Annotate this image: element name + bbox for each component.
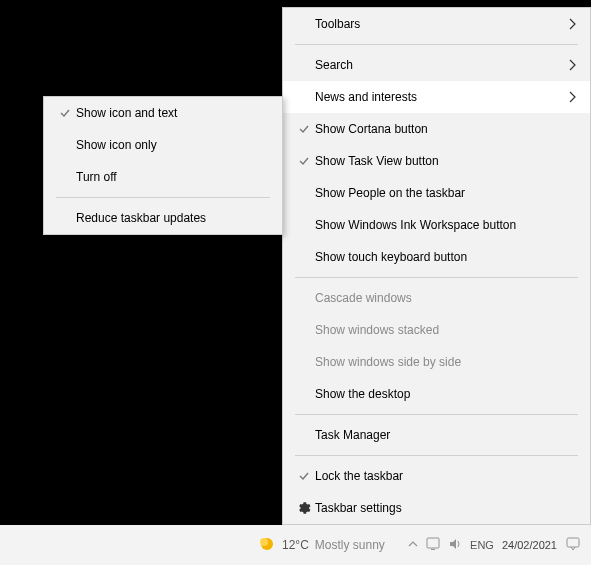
menu-label: Show windows side by side bbox=[315, 355, 560, 369]
menu-label: Show icon only bbox=[76, 138, 268, 152]
svg-rect-2 bbox=[427, 538, 439, 548]
menu-label: Reduce taskbar updates bbox=[76, 211, 268, 225]
menu-label: Show People on the taskbar bbox=[315, 186, 560, 200]
menu-item-side-by-side: Show windows side by side bbox=[283, 346, 590, 378]
menu-item-show-ink[interactable]: Show Windows Ink Workspace button bbox=[283, 209, 590, 241]
weather-condition: Mostly sunny bbox=[315, 538, 385, 552]
menu-label: News and interests bbox=[315, 90, 560, 104]
menu-separator bbox=[295, 44, 578, 45]
menu-label: Show icon and text bbox=[76, 106, 268, 120]
taskbar-context-menu: Toolbars Search News and interests Show … bbox=[282, 7, 591, 525]
menu-separator bbox=[295, 455, 578, 456]
menu-item-taskbar-settings[interactable]: Taskbar settings bbox=[283, 492, 590, 524]
submenu-item-icon-text[interactable]: Show icon and text bbox=[44, 97, 282, 129]
menu-item-cascade: Cascade windows bbox=[283, 282, 590, 314]
menu-label: Cascade windows bbox=[315, 291, 560, 305]
menu-item-show-people[interactable]: Show People on the taskbar bbox=[283, 177, 590, 209]
menu-label: Lock the taskbar bbox=[315, 469, 560, 483]
menu-label: Turn off bbox=[76, 170, 268, 184]
menu-label: Show the desktop bbox=[315, 387, 560, 401]
sun-icon bbox=[258, 535, 276, 556]
menu-item-lock-taskbar[interactable]: Lock the taskbar bbox=[283, 460, 590, 492]
submenu-item-reduce-updates[interactable]: Reduce taskbar updates bbox=[44, 202, 282, 234]
menu-item-show-cortana[interactable]: Show Cortana button bbox=[283, 113, 590, 145]
network-icon[interactable] bbox=[426, 537, 440, 554]
menu-item-task-manager[interactable]: Task Manager bbox=[283, 419, 590, 451]
check-icon bbox=[293, 470, 315, 482]
language-indicator[interactable]: ENG bbox=[470, 539, 494, 551]
check-icon bbox=[293, 123, 315, 135]
menu-label: Search bbox=[315, 58, 560, 72]
check-icon bbox=[293, 155, 315, 167]
clock-date[interactable]: 24/02/2021 bbox=[502, 539, 557, 551]
chevron-right-icon bbox=[560, 91, 576, 103]
menu-item-show-desktop[interactable]: Show the desktop bbox=[283, 378, 590, 410]
volume-icon[interactable] bbox=[448, 537, 462, 554]
tray-chevron-icon[interactable] bbox=[408, 538, 418, 552]
chevron-right-icon bbox=[560, 59, 576, 71]
system-tray[interactable]: ENG 24/02/2021 bbox=[408, 536, 581, 555]
menu-label: Toolbars bbox=[315, 17, 560, 31]
menu-item-toolbars[interactable]: Toolbars bbox=[283, 8, 590, 40]
menu-separator bbox=[295, 277, 578, 278]
svg-point-1 bbox=[260, 538, 268, 546]
gear-icon bbox=[293, 501, 315, 515]
menu-separator bbox=[295, 414, 578, 415]
submenu-item-icon-only[interactable]: Show icon only bbox=[44, 129, 282, 161]
menu-item-show-touch-keyboard[interactable]: Show touch keyboard button bbox=[283, 241, 590, 273]
weather-temp: 12°C bbox=[282, 538, 309, 552]
menu-item-show-task-view[interactable]: Show Task View button bbox=[283, 145, 590, 177]
menu-item-search[interactable]: Search bbox=[283, 49, 590, 81]
menu-label: Show Task View button bbox=[315, 154, 560, 168]
check-icon bbox=[54, 107, 76, 119]
menu-label: Taskbar settings bbox=[315, 501, 560, 515]
taskbar[interactable]: 12°C Mostly sunny ENG 24/02/2021 bbox=[0, 525, 591, 565]
svg-rect-3 bbox=[431, 549, 435, 550]
submenu-item-turn-off[interactable]: Turn off bbox=[44, 161, 282, 193]
action-center-icon[interactable] bbox=[565, 536, 581, 555]
menu-separator bbox=[56, 197, 270, 198]
menu-item-news-interests[interactable]: News and interests bbox=[283, 81, 590, 113]
news-interests-submenu: Show icon and text Show icon only Turn o… bbox=[43, 96, 283, 235]
chevron-right-icon bbox=[560, 18, 576, 30]
menu-label: Show Windows Ink Workspace button bbox=[315, 218, 560, 232]
svg-rect-4 bbox=[567, 538, 579, 547]
menu-label: Show touch keyboard button bbox=[315, 250, 560, 264]
menu-label: Show windows stacked bbox=[315, 323, 560, 337]
menu-label: Show Cortana button bbox=[315, 122, 560, 136]
menu-item-stacked: Show windows stacked bbox=[283, 314, 590, 346]
menu-label: Task Manager bbox=[315, 428, 560, 442]
weather-widget[interactable]: 12°C Mostly sunny bbox=[258, 535, 385, 556]
